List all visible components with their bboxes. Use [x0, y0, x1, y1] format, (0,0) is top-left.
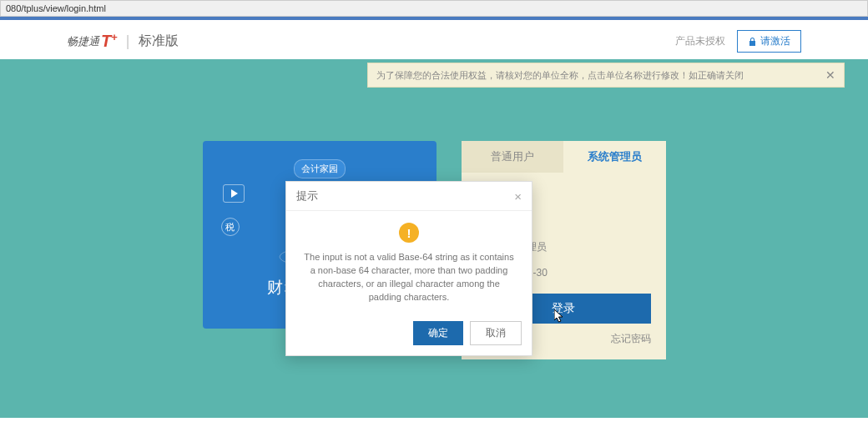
modal-footer: 确定 取消	[286, 313, 532, 355]
product-plus: +	[111, 31, 118, 43]
modal-message: The input is not a valid Base-64 string …	[301, 251, 517, 304]
cancel-button[interactable]: 取消	[470, 321, 522, 345]
notice-bar: 为了保障您的合法使用权益，请核对您的单位全称，点击单位名称进行修改！如正确请关闭…	[367, 63, 845, 88]
warning-icon: !	[399, 223, 419, 243]
banner-badge: 会计家园	[294, 159, 346, 178]
ok-button[interactable]: 确定	[413, 321, 463, 345]
login-tabs: 普通用户 系统管理员	[462, 141, 666, 173]
lock-icon	[748, 37, 757, 47]
modal-header: 提示 ×	[286, 182, 532, 211]
modal-body: ! The input is not a valid Base-64 strin…	[286, 211, 532, 313]
url-bar[interactable]: 080/tplus/view/login.html	[0, 0, 868, 17]
tab-normal-user[interactable]: 普通用户	[462, 141, 564, 173]
tab-system-admin[interactable]: 系统管理员	[563, 141, 666, 173]
logo-divider: |	[126, 33, 130, 50]
not-authorized-label: 产品未授权	[675, 34, 725, 48]
logo: 畅捷通 T + | 标准版	[67, 32, 179, 51]
forgot-password-link[interactable]: 忘记密码	[611, 333, 651, 344]
tax-icon: 税	[221, 218, 240, 236]
product-t: T	[101, 32, 111, 51]
activate-label: 请激活	[760, 34, 790, 48]
modal-title: 提示	[296, 188, 318, 203]
header-right: 产品未授权 请激活	[675, 30, 801, 53]
main-area: 为了保障您的合法使用权益，请核对您的单位全称，点击单位名称进行修改！如正确请关闭…	[0, 59, 868, 418]
activate-button[interactable]: 请激活	[737, 30, 801, 53]
alert-modal: 提示 × ! The input is not a valid Base-64 …	[285, 181, 532, 356]
close-icon[interactable]: ×	[514, 189, 522, 203]
header: 畅捷通 T + | 标准版 产品未授权 请激活	[67, 20, 801, 59]
close-icon[interactable]: ✕	[825, 68, 835, 82]
edition-label: 标准版	[139, 33, 179, 50]
play-icon	[223, 184, 245, 203]
brand-text: 畅捷通	[67, 34, 99, 49]
notice-text: 为了保障您的合法使用权益，请核对您的单位全称，点击单位名称进行修改！如正确请关闭	[376, 69, 744, 82]
